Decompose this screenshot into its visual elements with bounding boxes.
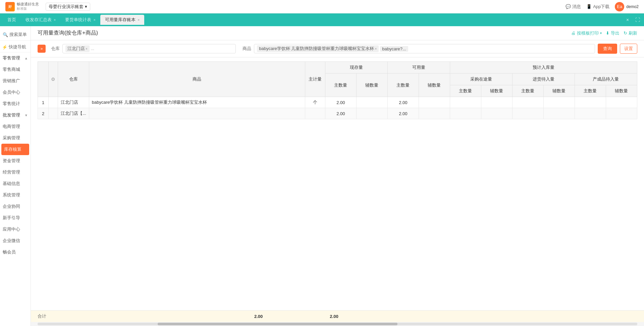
cell-available-aux (419, 97, 450, 108)
col-current-main: 主数量 (325, 74, 356, 97)
export-button[interactable]: ⬇ 导出 (606, 30, 620, 36)
cell-current-main: 2.00 (325, 97, 356, 108)
product-tag-1-text: babycare学饮杯 儿童防摔防撞吸管杯重力球吸嘴杯宝宝水杯 (259, 46, 374, 52)
scroll-track (38, 323, 637, 325)
cell-production-main (575, 97, 606, 108)
tab-receive-summary-close[interactable]: × (54, 18, 56, 22)
sidebar-item-new-guide[interactable]: 新手引导 (0, 212, 31, 224)
avatar: Ea (615, 2, 624, 11)
cell-current-aux (356, 108, 387, 119)
settings-button[interactable]: 设置 (620, 44, 637, 54)
page-title: 可用量查询(按仓库+商品) (38, 30, 98, 37)
sidebar-item-system[interactable]: 系统管理 (0, 189, 31, 201)
sidebar-item-wholesale[interactable]: 批发管理 ▼ (0, 109, 31, 121)
col-product: 商品 (89, 62, 305, 97)
main-layout: 🔍 搜索菜单 ⚡ 快捷导航 零售管理 ▲ 零售商城 营销推广 会员中心 零售统计… (0, 26, 644, 326)
cell-incoming-aux (543, 108, 575, 119)
cell-production-aux (606, 108, 637, 119)
sidebar-item-retail-stats[interactable]: 零售统计 (0, 98, 31, 109)
message-button[interactable]: 💬 消息 (566, 4, 581, 10)
col-purchase-main: 主数量 (450, 85, 481, 97)
tab-available-stock[interactable]: 可用量库存账本 × (100, 15, 144, 25)
search-menu-label: 搜索菜单 (9, 32, 27, 38)
col-main-unit: 主计量 (305, 62, 325, 97)
col-settings[interactable]: ⚙ (49, 62, 58, 97)
logo-sub: 标准版 (17, 6, 39, 11)
col-production-aux: 辅数量 (606, 85, 637, 97)
sidebar-item-basic-info[interactable]: 基础信息 (0, 178, 31, 189)
sidebar-item-wechat[interactable]: 企业微信 (0, 235, 31, 246)
refresh-button[interactable]: ↻ 刷新 (624, 30, 637, 36)
tab-home[interactable]: 首页 (3, 15, 21, 25)
app-download-button[interactable]: 📱 App下载 (586, 4, 609, 10)
cell-current-main: 2.00 (325, 108, 356, 119)
cell-available-main: 2.00 (387, 97, 419, 108)
sidebar-item-purchase[interactable]: 采购管理 (0, 132, 31, 144)
query-button[interactable]: 查询 (598, 44, 617, 54)
col-current-aux: 辅数量 (356, 74, 387, 97)
user-menu[interactable]: Ea demo2 (615, 2, 639, 11)
cell-product (89, 108, 305, 119)
scroll-thumb[interactable] (158, 323, 397, 325)
sidebar-item-members[interactable]: 会员中心 (0, 87, 31, 98)
tab-receive-summary[interactable]: 收发存汇总表 × (21, 15, 60, 25)
quick-nav-button[interactable]: ⚡ 快捷导航 (0, 42, 31, 52)
tab-requisition-stats-close[interactable]: × (93, 18, 95, 22)
summary-current-main: 2.00 (254, 314, 263, 319)
print-template-button[interactable]: 🖨 按模板打印 ▾ (571, 30, 602, 36)
sidebar-item-enterprise[interactable]: 企业协同 (0, 201, 31, 212)
filter-expand-button[interactable]: » (38, 45, 46, 53)
cell-product: babycare学饮杯 儿童防摔防撞吸管杯重力球吸嘴杯宝宝水杯 (89, 97, 305, 108)
cell-settings (49, 108, 58, 119)
export-icon: ⬇ (606, 31, 609, 36)
logo-icon: 好 (5, 2, 15, 11)
sidebar: 🔍 搜索菜单 ⚡ 快捷导航 零售管理 ▲ 零售商城 营销推广 会员中心 零售统计… (0, 26, 31, 326)
tenant-selector[interactable]: 母婴行业演示账套 ▾ (46, 3, 90, 11)
product-filter[interactable]: babycare学饮杯 儿童防摔防撞吸管杯重力球吸嘴杯宝宝水杯 × babyca… (254, 44, 595, 53)
app-label: App下载 (593, 4, 609, 10)
app-icon: 📱 (586, 4, 592, 9)
col-production-pending-group: 产成品待入量 (575, 74, 637, 85)
warehouse-more: ... (91, 46, 94, 51)
sidebar-item-member[interactable]: 畅会员 (0, 246, 31, 258)
sidebar-item-operations[interactable]: 经营管理 (0, 167, 31, 178)
user-name: demo2 (626, 4, 639, 9)
tab-requisition-stats[interactable]: 要货单统计表 × (60, 15, 100, 25)
cell-incoming-aux (543, 97, 575, 108)
col-purchase-aux: 辅数量 (481, 85, 512, 97)
refresh-icon: ↻ (624, 31, 627, 36)
sidebar-item-ecommerce[interactable]: 电商管理 (0, 121, 31, 132)
window-close-button[interactable]: × (624, 16, 631, 24)
warehouse-tag-remove[interactable]: × (86, 47, 88, 51)
tab-available-stock-close[interactable]: × (138, 18, 140, 22)
window-expand-button[interactable]: ⛶ (634, 16, 641, 24)
col-available-main: 主数量 (387, 74, 419, 97)
sidebar-item-finance[interactable]: 资金管理 (0, 155, 31, 167)
sidebar-item-app-center[interactable]: 应用中心 (0, 224, 31, 235)
logo-text: 畅捷通好生意 (17, 2, 39, 6)
product-tag-2-text: babycare?... (382, 46, 406, 51)
tenant-name: 母婴行业演示账套 (49, 4, 84, 10)
search-menu-button[interactable]: 🔍 搜索菜单 (0, 29, 31, 41)
cell-no: 2 (38, 108, 49, 119)
footer-summary: 合计 2.00 2.00 (31, 310, 644, 322)
sidebar-item-marketing[interactable]: 营销推广 (0, 75, 31, 87)
cell-unit: 个 (305, 97, 325, 108)
warehouse-filter[interactable]: 江北门店 × ... (62, 44, 236, 53)
filter-actions: 查询 设置 (598, 44, 637, 54)
content-area: 可用量查询(按仓库+商品) 🖨 按模板打印 ▾ ⬇ 导出 ↻ 刷新 » (31, 26, 644, 326)
sidebar-item-inventory[interactable]: 库存核算 (1, 144, 29, 155)
nav-icon: ⚡ (2, 45, 7, 50)
retail-label: 零售管理 (3, 55, 20, 61)
cell-available-aux (419, 108, 450, 119)
cell-purchase-main (450, 108, 481, 119)
sidebar-item-retail[interactable]: 零售管理 ▲ (0, 52, 31, 64)
product-tag-1-remove[interactable]: × (375, 47, 377, 51)
sidebar-item-online-store[interactable]: 零售商城 (0, 64, 31, 75)
page-header: 可用量查询(按仓库+商品) 🖨 按模板打印 ▾ ⬇ 导出 ↻ 刷新 (31, 26, 644, 40)
warehouse-label: 仓库 (51, 46, 60, 52)
cell-warehouse: 江北门店【... (58, 108, 89, 119)
nav-tabs: 首页 收发存汇总表 × 要货单统计表 × 可用量库存账本 × × ⛶ (0, 13, 644, 26)
top-bar-right: 💬 消息 📱 App下载 Ea demo2 (566, 2, 639, 11)
tab-receive-summary-label: 收发存汇总表 (25, 17, 52, 23)
